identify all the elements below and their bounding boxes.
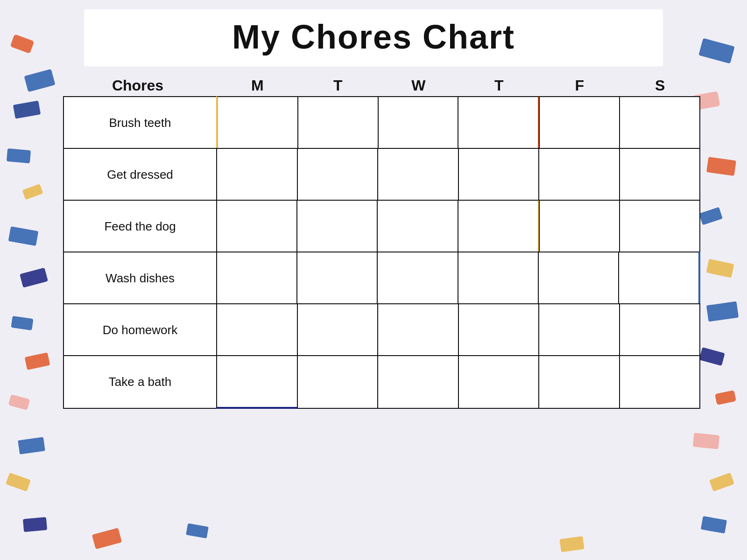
chore-cells-brush-teeth (217, 96, 700, 150)
chore-cell[interactable] (458, 200, 540, 253)
chore-cell[interactable] (297, 303, 379, 357)
header-day-sat: S (620, 77, 701, 94)
page-title: My Chores Chart (232, 18, 515, 56)
chore-cell[interactable] (458, 96, 540, 150)
chore-label-take-bath: Take a bath (63, 355, 217, 409)
chore-cell[interactable] (216, 355, 298, 409)
chore-cell[interactable] (377, 252, 458, 305)
chore-cells-wash-dishes (217, 252, 700, 305)
chore-cell[interactable] (378, 96, 459, 150)
chore-row-brush-teeth: Brush teeth (63, 96, 700, 150)
header-day-thu: T (459, 77, 540, 94)
header-day-fri: F (539, 77, 620, 94)
chore-cell[interactable] (458, 148, 540, 202)
chore-cell[interactable] (458, 252, 539, 305)
chore-cell[interactable] (377, 355, 459, 409)
header-day-mon: M (217, 77, 298, 94)
chore-cell[interactable] (539, 96, 620, 150)
header-day-tue: T (298, 77, 379, 94)
chore-cell[interactable] (297, 148, 379, 202)
chore-cell[interactable] (377, 200, 458, 253)
chore-label-brush-teeth: Brush teeth (63, 96, 217, 150)
chore-label-feed-dog: Feed the dog (63, 200, 217, 253)
chore-cell[interactable] (619, 96, 700, 150)
chore-cell[interactable] (538, 355, 620, 409)
chore-cell[interactable] (216, 252, 297, 305)
chore-cell[interactable] (619, 200, 700, 253)
title-area: My Chores Chart (84, 9, 663, 66)
chore-cell[interactable] (297, 96, 379, 150)
chore-cell[interactable] (458, 303, 540, 357)
chore-cell[interactable] (619, 303, 701, 357)
chore-cells-take-bath (217, 356, 700, 409)
chore-cell[interactable] (377, 148, 459, 202)
chore-cells-feed-dog (217, 201, 700, 253)
chore-cell[interactable] (619, 148, 701, 202)
chore-cell[interactable] (458, 355, 540, 409)
chore-cell[interactable] (216, 148, 298, 202)
chore-cell[interactable] (538, 252, 619, 305)
chore-cell[interactable] (216, 200, 297, 253)
header-day-wed: W (378, 77, 459, 94)
chore-cell[interactable] (297, 355, 379, 409)
chore-row-wash-dishes: Wash dishes (63, 252, 700, 305)
chore-cell[interactable] (538, 148, 620, 202)
chore-cell[interactable] (618, 252, 700, 305)
chore-cell[interactable] (296, 252, 378, 305)
chore-cell[interactable] (296, 200, 378, 253)
chore-cell[interactable] (619, 355, 701, 409)
chore-cell[interactable] (377, 303, 459, 357)
chore-row-do-homework: Do homework (63, 304, 700, 357)
chore-cells-get-dressed (217, 149, 700, 202)
chore-cell[interactable] (538, 303, 620, 357)
chore-cells-do-homework (217, 304, 700, 357)
chore-row-get-dressed: Get dressed (63, 149, 700, 202)
header-chores-label: Chores (63, 77, 217, 94)
chore-label-wash-dishes: Wash dishes (63, 252, 217, 305)
chore-cell[interactable] (216, 303, 298, 357)
chore-label-get-dressed: Get dressed (63, 148, 217, 202)
chore-row-feed-dog: Feed the dog (63, 201, 700, 253)
chore-cell[interactable] (216, 96, 298, 150)
table-header: Chores M T W T F S (63, 77, 700, 94)
chore-label-do-homework: Do homework (63, 303, 217, 357)
chore-cell[interactable] (539, 200, 620, 253)
chore-row-take-bath: Take a bath (63, 356, 700, 409)
chores-table: Chores M T W T F S Brush teeth Get dress… (63, 77, 700, 409)
header-days: M T W T F S (217, 77, 700, 94)
